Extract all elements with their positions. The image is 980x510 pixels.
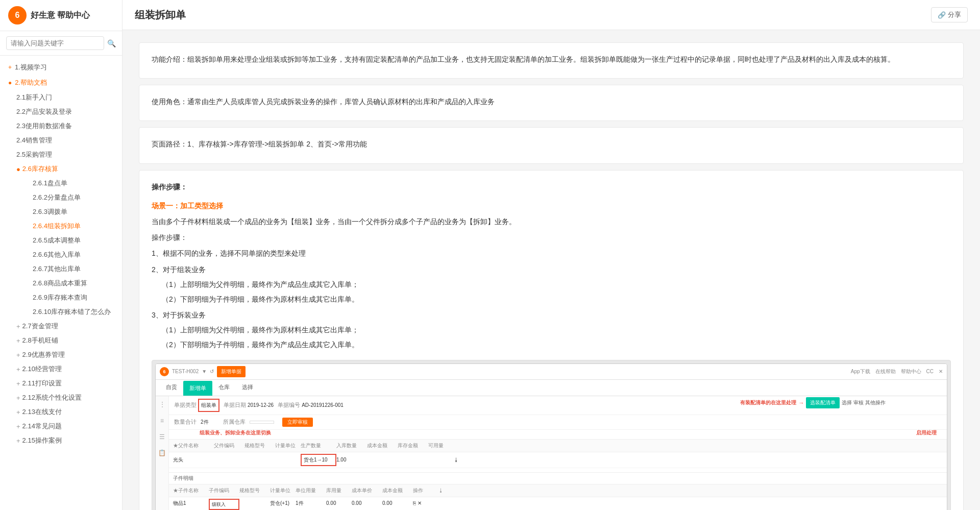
form-type-group: 单据类型 组装单	[174, 399, 219, 412]
col-stock-amt: 库存金额	[398, 441, 428, 450]
ops-steps-title: 操作步骤：	[152, 231, 951, 244]
app-sync-icon: ↺	[210, 367, 214, 376]
icon-2: ≡	[160, 416, 164, 427]
sidebar-item-2-7[interactable]: +2.7资金管理	[16, 319, 122, 333]
child-cost-a-1: 0.00	[382, 499, 413, 510]
app-nav-app: App下载	[851, 367, 870, 376]
col-in-qty: 入库数量	[336, 441, 367, 450]
app-nav-user: CC	[926, 367, 934, 376]
icon-3: ☰	[159, 432, 165, 443]
sidebar: 6 好生意 帮助中心 🔍 + 1.视频学习 ● 2.帮助文档 2.1新手入门 2…	[0, 0, 122, 510]
app-close-icon[interactable]: ✕	[939, 367, 943, 376]
sidebar-item-2-6-6[interactable]: 2.6.6其他入库单	[24, 248, 122, 262]
sidebar-item-2-2[interactable]: 2.2产品安装及登录	[16, 105, 122, 119]
sidebar-item-2-12[interactable]: +2.12系统个性化设置	[16, 391, 122, 405]
form-date-label: 单据日期	[224, 400, 246, 410]
warehouse-input[interactable]	[250, 421, 274, 424]
child-usage-1: 1件	[296, 499, 326, 510]
app-new-doc-btn[interactable]: 新增单据	[217, 366, 246, 377]
sidebar-item-2-1[interactable]: 2.1新手入门	[16, 90, 122, 105]
col-expand: ⭳	[438, 486, 454, 495]
sidebar-item-2-6-8[interactable]: 2.6.8商品成本重算	[24, 276, 122, 290]
ops-title: 操作步骤：	[152, 181, 951, 193]
annotation-switch-text: 组装业务、拆卸业务在这里切换	[200, 428, 271, 438]
lower-table-title: 子件明细	[173, 474, 193, 483]
sidebar-item-docs[interactable]: ● 2.帮助文档	[0, 75, 122, 90]
sidebar-item-2-14[interactable]: +2.14常见问题	[16, 419, 122, 433]
form-number-value: AD-20191226-001	[302, 401, 344, 410]
sidebar-item-2-6-7[interactable]: 2.6.7其他出库单	[24, 262, 122, 276]
cell-in-qty: 1.00	[336, 455, 367, 465]
app-tab-home[interactable]: 自贡	[160, 380, 183, 396]
path-text: 页面路径：1、库存核算->库存管理->组装拆卸单 2、首页->常用功能	[152, 138, 951, 151]
sidebar-item-2-4[interactable]: 2.4销售管理	[16, 133, 122, 148]
upper-table: ★父件名称 父件编码 规格型号 计量单位 生产数量 入库数量 成本金额 库存金额…	[169, 439, 947, 468]
sidebar-item-2-5[interactable]: 2.5采购管理	[16, 148, 122, 162]
col-cost-price: 成本单价	[352, 486, 382, 495]
col-child-unit: 计量单位	[270, 486, 296, 495]
sidebar-item-2-8[interactable]: +2.8手机旺铺	[16, 333, 122, 348]
sidebar-item-2-6-1[interactable]: 2.6.1盘点单	[24, 176, 122, 190]
count-label: 数量合计	[174, 417, 197, 427]
nav-list: + 1.视频学习 ● 2.帮助文档 2.1新手入门 2.2产品安装及登录 2.3…	[0, 56, 122, 510]
share-label: 分享	[948, 10, 961, 19]
steps-card: 操作步骤： 场景一：加工类型选择 当由多个子件材料组装成一个成品的业务为【组装】…	[139, 170, 964, 510]
col-cost-amount: 成本金额	[382, 486, 413, 495]
sidebar-item-2-6-4[interactable]: 2.6.4组装拆卸单	[24, 219, 122, 233]
search-button[interactable]: 🔍	[107, 39, 116, 47]
app-topbar-right: App下载 在线帮助 帮助中心 CC ✕	[851, 367, 943, 376]
app-tab-select[interactable]: 选择	[236, 380, 259, 396]
app-left-icons: ⋮ ≡ ☰ 📋	[156, 396, 169, 510]
sidebar-item-video[interactable]: + 1.视频学习	[0, 60, 122, 75]
child-unit-1: 货仓(+1)	[270, 499, 296, 510]
cell-op: ⭳	[454, 455, 469, 465]
upper-table-row: 光头 货仓1→10 1.00 ⭳	[169, 452, 947, 468]
content-area: 功能介绍：组装拆卸单用来处理企业组装或拆卸等加工业务，支持有固定装配清单的产品加…	[122, 30, 980, 510]
upper-table-header: ★父件名称 父件编码 规格型号 计量单位 生产数量 入库数量 成本金额 库存金额…	[169, 439, 947, 452]
step2-1: （1）上部明细为父件明细，最终作为产成品生成其它入库单；	[152, 278, 951, 291]
app-form-row: 单据类型 组装单 单据日期 2019-12-26	[169, 396, 947, 415]
sidebar-item-2-6-9[interactable]: 2.6.9库存账本查询	[24, 290, 122, 305]
app-tab-warehouse[interactable]: 仓库	[212, 380, 236, 396]
cell-qty-box: 货仓1→10	[301, 454, 336, 466]
intro-card: 功能介绍：组装拆卸单用来处理企业组装或拆卸等加工业务，支持有固定装配清单的产品加…	[139, 42, 964, 79]
sidebar-item-2-10[interactable]: +2.10经营管理	[16, 362, 122, 376]
sidebar-item-2-6[interactable]: ●2.6库存核算	[16, 162, 122, 176]
sidebar-item-2-15[interactable]: +2.15操作案例	[16, 433, 122, 448]
app-logo: 6	[160, 367, 169, 376]
step3-2: （2）下部明细为子件明细，最终作为产成品生成其它入库单。	[152, 338, 951, 351]
step3-1: （1）上部明细为父件明细，最终作为原材料生成其它出库单；	[152, 324, 951, 336]
col-parent-code: 父件编码	[214, 441, 244, 450]
app-main-body: ⋮ ≡ ☰ 📋 单据类型 组装单	[156, 396, 947, 510]
app-tab-new[interactable]: 新增单	[183, 381, 212, 396]
step3: 3、对于拆装业务	[152, 309, 951, 322]
sidebar-item-2-13[interactable]: +2.13在线支付	[16, 405, 122, 419]
sidebar-item-2-6-5[interactable]: 2.6.5成本调整单	[24, 233, 122, 248]
col-child-spec: 规格型号	[239, 486, 270, 495]
col-child-name: ★子件名称	[173, 486, 209, 495]
sidebar-item-label: 2.帮助文档	[15, 78, 47, 87]
search-input[interactable]	[6, 36, 104, 50]
select-bom-btn[interactable]: 选装配清单	[806, 397, 840, 408]
sidebar-item-2-6-2[interactable]: 2.6.2分量盘点单	[24, 190, 122, 205]
confirm-audit-btn[interactable]: 立即审核	[282, 418, 313, 427]
sidebar-item-2-3[interactable]: 2.3使用前数据准备	[16, 119, 122, 133]
role-text: 使用角色：通常由生产人员或库管人员完成拆装业务的操作，库管人员确认原材料的出库和…	[152, 95, 951, 108]
sidebar-header: 6 好生意 帮助中心	[0, 0, 122, 31]
sidebar-item-2-9[interactable]: +2.9优惠券管理	[16, 348, 122, 362]
col-parent-name: ★父件名称	[173, 441, 214, 450]
child-name-1: 物品1	[173, 499, 209, 510]
child-spec-1	[239, 499, 270, 510]
app-nav-helpcenter: 帮助中心	[901, 367, 921, 376]
col-available: 可用量	[428, 441, 454, 450]
share-button[interactable]: 🔗 分享	[931, 7, 968, 22]
sidebar-item-2-6-3[interactable]: 2.6.3调拨单	[24, 205, 122, 219]
count-value: 2件	[201, 418, 209, 427]
sidebar-item-2-11[interactable]: +2.11打印设置	[16, 376, 122, 391]
step2: 2、对于组装业务	[152, 263, 951, 276]
lower-table-header: ★子件名称 子件编码 规格型号 计量单位 单位用量 库用量 成本单价 成本金额 …	[169, 484, 947, 497]
sidebar-item-2-6-10[interactable]: 2.6.10库存账本错了怎么办	[24, 305, 122, 319]
annotation-arrow-1: →	[798, 398, 804, 408]
ops-btn: 选择 审核 其他操作	[842, 398, 886, 407]
page-title: 组装拆卸单	[135, 8, 186, 22]
